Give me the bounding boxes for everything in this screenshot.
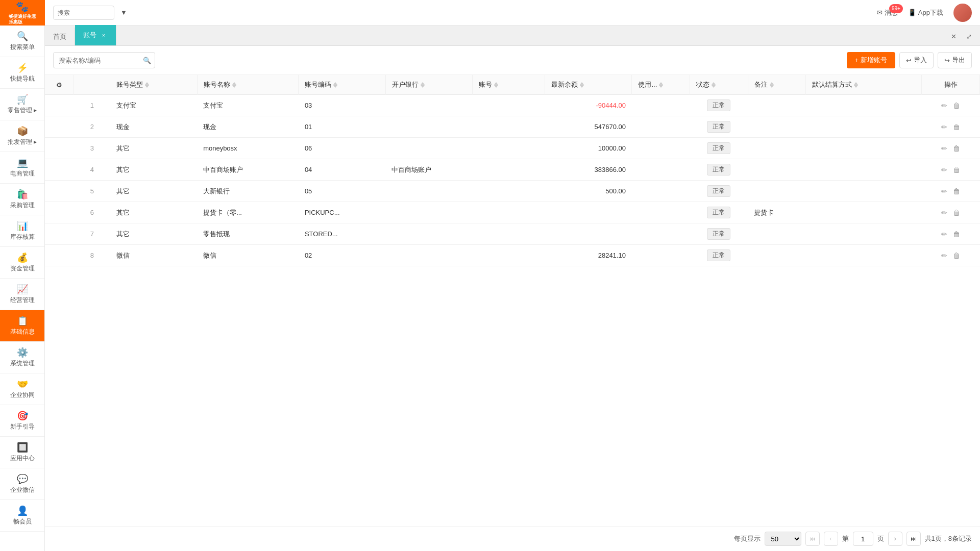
row-bank	[385, 245, 472, 266]
sidebar-nav: 🔍搜索菜单⚡快捷导航🛒零售管理 ▸📦批发管理 ▸💻电商管理🛍️采购管理📊库存核算…	[0, 26, 44, 551]
table-row: 7 其它 零售抵现 STORED... 正常 ✏ 🗑	[45, 223, 980, 245]
sidebar-item-label: 批发管理 ▸	[8, 138, 37, 146]
import-button[interactable]: ↩ 导入	[899, 52, 934, 68]
export-button[interactable]: ↪ 导出	[938, 52, 972, 68]
sidebar-item-quick-nav[interactable]: ⚡快捷导航	[0, 57, 44, 89]
edit-button[interactable]: ✏	[939, 208, 949, 218]
page-number-input[interactable]	[853, 532, 873, 546]
phone-icon: 📱	[908, 9, 916, 16]
edit-button[interactable]: ✏	[939, 251, 949, 261]
sidebar-item-wholesale-mgmt[interactable]: 📦批发管理 ▸	[0, 120, 44, 152]
sidebar-item-basic-info[interactable]: 📋基础信息	[0, 310, 44, 342]
tab-home[interactable]: 首页	[45, 28, 75, 45]
sidebar-item-ops-mgmt[interactable]: 📈经营管理	[0, 279, 44, 310]
row-use	[632, 245, 690, 266]
topbar-dropdown[interactable]: ▼	[120, 9, 127, 16]
sidebar-item-label: 新手引导	[10, 422, 35, 431]
sidebar-item-purchase-mgmt[interactable]: 🛍️采购管理	[0, 184, 44, 215]
app-download-button[interactable]: 📱 App下载	[908, 8, 943, 17]
delete-button[interactable]: 🗑	[951, 122, 962, 132]
message-badge: 99+	[889, 4, 903, 13]
row-bank	[385, 181, 472, 202]
table-row: 1 支付宝 支付宝 03 -90444.00 正常 ✏ 🗑	[45, 95, 980, 116]
row-remark	[748, 116, 806, 138]
bank-column-header[interactable]: 开户银行	[385, 75, 472, 95]
use-column-header[interactable]: 使用...	[632, 75, 690, 95]
row-default	[806, 181, 922, 202]
edit-button[interactable]: ✏	[939, 165, 949, 175]
row-default	[806, 223, 922, 245]
edit-button[interactable]: ✏	[939, 122, 949, 132]
row-bank	[385, 138, 472, 159]
table-body: 1 支付宝 支付宝 03 -90444.00 正常 ✏ 🗑 2 现金 现金 01…	[45, 95, 980, 266]
sidebar-item-inventory[interactable]: 📊库存核算	[0, 215, 44, 247]
row-index: 5	[74, 181, 110, 202]
sidebar-item-member[interactable]: 👤畅会员	[0, 500, 44, 532]
row-code: 03	[299, 95, 385, 116]
tab-close-button[interactable]: ×	[100, 31, 108, 39]
next-page-button[interactable]: ›	[888, 532, 902, 546]
row-account	[473, 181, 545, 202]
row-account	[473, 223, 545, 245]
delete-button[interactable]: 🗑	[951, 143, 962, 154]
add-account-button[interactable]: + 新增账号	[847, 52, 895, 68]
row-balance: 28241.10	[545, 245, 632, 266]
sidebar-item-enterprise-wechat[interactable]: 💬企业微信	[0, 468, 44, 500]
sidebar-item-search-menu[interactable]: 🔍搜索菜单	[0, 26, 44, 57]
close-tab-button[interactable]: ✕	[946, 29, 961, 43]
tabbar-actions: ✕ ⤢	[946, 29, 980, 45]
action-column-header: 操作	[922, 75, 980, 95]
last-page-button[interactable]: ⏭	[906, 532, 921, 546]
type-column-header[interactable]: 账号类型	[110, 75, 197, 95]
sidebar-item-sys-mgmt[interactable]: ⚙️系统管理	[0, 342, 44, 373]
sidebar-item-ecommerce-mgmt[interactable]: 💻电商管理	[0, 152, 44, 184]
row-index: 4	[74, 159, 110, 181]
sidebar-item-app-center[interactable]: 🔲应用中心	[0, 437, 44, 468]
account-search-input[interactable]	[53, 52, 155, 68]
settings-column-header[interactable]: ⚙	[45, 75, 74, 95]
first-page-button[interactable]: ⏮	[805, 532, 820, 546]
edit-button[interactable]: ✏	[939, 229, 949, 239]
name-column-header[interactable]: 账号名称	[197, 75, 299, 95]
member-icon: 👤	[17, 505, 28, 516]
search-icon[interactable]: 🔍	[143, 57, 151, 64]
account-column-header[interactable]: 账号	[473, 75, 545, 95]
tab-account[interactable]: 账号×	[75, 25, 116, 45]
delete-button[interactable]: 🗑	[951, 251, 962, 261]
sidebar-item-label: 搜索菜单	[10, 43, 35, 52]
tabbar: 首页账号× ✕ ⤢	[45, 26, 980, 46]
balance-column-header[interactable]: 最新余额	[545, 75, 632, 95]
default-column-header[interactable]: 默认结算方式	[806, 75, 922, 95]
main-content: ▼ ✉ 消息 99+ 📱 App下载 首页账号× ✕ ⤢	[45, 0, 980, 551]
sidebar-item-retail-mgmt[interactable]: 🛒零售管理 ▸	[0, 89, 44, 120]
sidebar-item-capital-mgmt[interactable]: 💰资金管理	[0, 247, 44, 279]
table-row: 8 微信 微信 02 28241.10 正常 ✏ 🗑	[45, 245, 980, 266]
prev-page-button[interactable]: ‹	[824, 532, 838, 546]
delete-button[interactable]: 🗑	[951, 229, 962, 239]
delete-button[interactable]: 🗑	[951, 165, 962, 175]
delete-button[interactable]: 🗑	[951, 208, 962, 218]
delete-button[interactable]: 🗑	[951, 186, 962, 196]
remark-column-header[interactable]: 备注	[748, 75, 806, 95]
user-avatar[interactable]	[953, 4, 972, 22]
per-page-select[interactable]: 50 100 200	[765, 532, 801, 546]
page-total-label: 共1页，8条记录	[925, 534, 972, 543]
sidebar-logo: 🐾 畅捷通好生意乐惠版	[0, 0, 45, 26]
edit-button[interactable]: ✏	[939, 186, 949, 196]
sidebar-item-enterprise[interactable]: 🤝企业协同	[0, 373, 44, 405]
code-column-header[interactable]: 账号编码	[299, 75, 385, 95]
topbar-right: ✉ 消息 99+ 📱 App下载	[877, 4, 972, 22]
sidebar-item-guide[interactable]: 🎯新手引导	[0, 405, 44, 437]
logo-text: 畅捷通好生意乐惠版	[9, 14, 36, 25]
status-column-header[interactable]: 状态	[690, 75, 748, 95]
edit-button[interactable]: ✏	[939, 143, 949, 154]
row-use	[632, 95, 690, 116]
row-use	[632, 159, 690, 181]
expand-button[interactable]: ⤢	[962, 29, 976, 43]
delete-button[interactable]: 🗑	[951, 101, 962, 111]
row-use	[632, 202, 690, 223]
message-button[interactable]: ✉ 消息 99+	[877, 8, 898, 17]
row-code: 01	[299, 116, 385, 138]
edit-button[interactable]: ✏	[939, 101, 949, 111]
topbar-search-input[interactable]	[53, 6, 114, 20]
